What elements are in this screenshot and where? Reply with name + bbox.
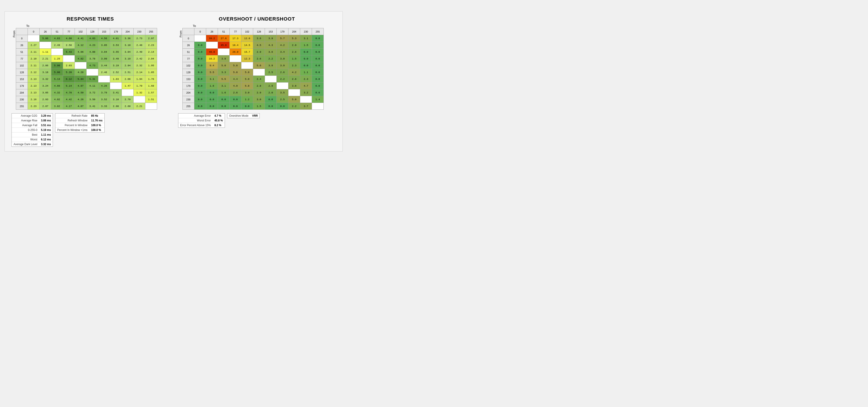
heatmap-cell	[98, 76, 110, 83]
heatmap-cell: 26.0	[230, 49, 241, 55]
row-header: 204	[183, 89, 194, 96]
heatmap-cell: 2.46	[98, 69, 110, 76]
stat-row: Refresh Rate 85 Hz	[55, 114, 104, 118]
heatmap-cell: 2.14	[133, 69, 145, 76]
heatmap-cell: 0.0	[194, 42, 206, 49]
heatmap-cell: 3.99	[98, 55, 110, 62]
row-header: 0	[183, 35, 194, 42]
stat-row: Refresh Window 11.76 ms	[55, 118, 104, 123]
rate-label: Refresh Rate	[55, 114, 89, 118]
heatmap-cell: 3.9	[218, 55, 230, 62]
err-pct-label: Error Percent Above 15%	[178, 123, 213, 128]
heatmap-cell: 0.0	[194, 89, 206, 96]
table-row: 1022.112.865.902.034.733.443.192.942.321…	[16, 62, 157, 69]
row-header: 102	[16, 62, 28, 69]
worst-val: 6.12 ms	[39, 137, 53, 142]
heatmap-cell: 2.9	[265, 83, 277, 89]
os-stats-row: Average Error 4.7 % Worst Error 45.8 % E…	[178, 113, 336, 128]
heatmap-cell: 3.72	[87, 89, 98, 96]
heatmap-cell: 2.98	[110, 103, 122, 109]
heatmap-cell: 1.5	[253, 103, 265, 109]
heatmap-cell: 4.26	[75, 96, 87, 103]
heatmap-cell: 3.0	[241, 89, 253, 96]
heatmap-cell: 0.0	[312, 89, 324, 96]
heatmap-cell: 0.0	[312, 35, 324, 42]
refresh-stats-table: Refresh Rate 85 Hz Refresh Window 11.76 …	[55, 114, 104, 132]
heatmap-cell: 1.25	[51, 55, 63, 62]
stat-row: Best 1.11 ms	[12, 132, 53, 137]
heatmap-cell: 4.42	[63, 96, 75, 103]
heatmap-cell: 14.5	[241, 42, 253, 49]
heatmap-cell: 2.21	[133, 103, 145, 109]
overshoot-section: OVERSHOOT / UNDERSHOOT From To 026517710…	[178, 16, 336, 147]
heatmap-cell: 2.58	[63, 42, 75, 49]
heatmap-cell	[300, 96, 312, 103]
heatmap-cell: 4.59	[75, 89, 87, 96]
row-header: 51	[16, 49, 28, 55]
heatmap-cell: 0.0	[206, 96, 218, 103]
row-header: 179	[183, 83, 194, 89]
col-header: 153	[98, 28, 110, 35]
heatmap-cell: 1.47	[122, 83, 133, 89]
worst-err-val: 45.8 %	[213, 118, 224, 123]
pct-plus-label: Percent In Window +1ms	[55, 128, 89, 132]
heatmap-cell: 2.2	[288, 103, 300, 109]
table-row: 1530.03.15.54.45.02.42.22.62.30.0	[183, 76, 324, 83]
row-header: 102	[183, 62, 194, 69]
sections-row: RESPONSE TIMES From To 02651771021281531…	[11, 16, 336, 147]
heatmap-cell: 12.3	[241, 55, 253, 62]
avg-g2g-val: 3.29 ms	[39, 114, 53, 118]
col-header: 128	[253, 28, 265, 35]
col-header: 179	[277, 28, 288, 35]
stat-row: Error Percent Above 15% 8.2 %	[178, 123, 225, 128]
stat-row: Percent In Window 100.0 %	[55, 123, 104, 128]
overdrive-stats-table: Overdrive Mode VRR	[227, 114, 260, 118]
heatmap-cell	[277, 83, 288, 89]
os-to-label: To	[193, 24, 324, 28]
heatmap-cell: 5.8	[241, 83, 253, 89]
avg-err-val: 4.7 %	[213, 114, 224, 118]
heatmap-cell: 4.3	[265, 42, 277, 49]
overshoot-title: OVERSHOOT / UNDERSHOOT	[178, 16, 336, 22]
heatmap-cell: 0.0	[265, 96, 277, 103]
heatmap-cell: 2.23	[145, 42, 157, 49]
rt-from-label: From	[11, 31, 16, 37]
overdrive-val: VRR	[250, 114, 259, 118]
table-row: 2550.00.00.00.00.01.50.00.02.23.7	[183, 103, 324, 109]
heatmap-cell: 2.14	[145, 49, 157, 55]
heatmap-cell: 0.0	[218, 103, 230, 109]
col-header: 0	[28, 28, 39, 35]
heatmap-cell: 2.5	[265, 69, 277, 76]
row-header: 179	[16, 83, 28, 89]
heatmap-cell: 0.0	[194, 62, 206, 69]
heatmap-cell: 0.0	[300, 62, 312, 69]
heatmap-cell: 2.60	[122, 103, 133, 109]
worst-label: Worst	[12, 137, 39, 142]
pct-plus-val: 100.0 %	[89, 128, 104, 132]
heatmap-cell	[110, 83, 122, 89]
heatmap-cell: 5.8	[241, 69, 253, 76]
heatmap-cell: 2.13	[28, 89, 39, 96]
heatmap-cell: 2.48	[133, 42, 145, 49]
heatmap-cell: 0.0	[194, 83, 206, 89]
heatmap-cell: 2.93	[39, 96, 51, 103]
heatmap-cell: 1.11	[39, 49, 51, 55]
heatmap-cell: 2.52	[110, 69, 122, 76]
heatmap-cell: 6.12	[63, 76, 75, 83]
table-row: 772.102.211.254.823.783.993.493.192.422.…	[16, 55, 157, 62]
heatmap-cell: 3.7	[300, 103, 312, 109]
rt-stats-table: Average G2G 3.29 ms Average Rise 3.08 ms…	[12, 114, 53, 147]
pct-label: Percent In Window	[55, 123, 89, 128]
heatmap-cell: 1.32	[133, 89, 145, 96]
heatmap-cell: 0.0	[194, 55, 206, 62]
heatmap-cell: 3.78	[87, 55, 98, 62]
heatmap-cell: 2.11	[28, 49, 39, 55]
row-header: 51	[183, 49, 194, 55]
col-header: 128	[87, 28, 98, 35]
heatmap-cell	[218, 49, 230, 55]
heatmap-cell	[241, 62, 253, 69]
heatmap-cell: 1.6	[218, 89, 230, 96]
heatmap-cell: 2.04	[145, 55, 157, 62]
stat-row: Percent In Window +1ms 100.0 %	[55, 128, 104, 132]
heatmap-cell: 4.23	[87, 42, 98, 49]
